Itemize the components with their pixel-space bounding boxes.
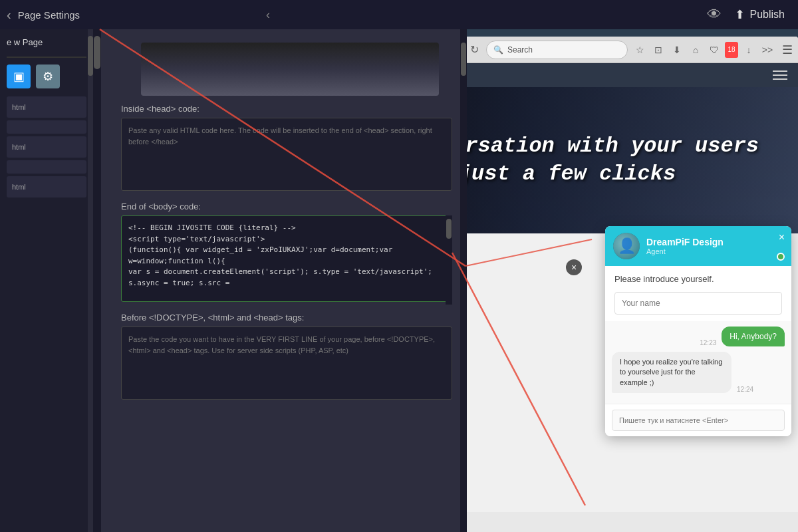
chat-time-2: 12:24 [737, 386, 753, 393]
preview-thumbnail [141, 43, 439, 96]
chat-input-area [605, 404, 791, 436]
inside-head-textarea[interactable] [121, 118, 452, 191]
chat-message-incoming: I hope you realize you're talking to you… [612, 352, 785, 393]
page-settings-title: Page Settings [18, 9, 80, 21]
history-icon[interactable]: ⊡ [650, 42, 666, 58]
ps-right-scrollbar [460, 29, 467, 532]
end-body-label: End of <body> code: [121, 201, 452, 211]
chat-time-1: 12:23 [700, 339, 716, 346]
browser-reload-button[interactable]: ↻ [466, 42, 482, 58]
left-sidebar: e w Page ▣ ⚙ html html html [0, 29, 93, 532]
chat-close-button[interactable]: × [779, 231, 785, 243]
chat-message-outgoing: Hi, Anybody? 12:23 [612, 327, 785, 346]
browser-search-bar[interactable]: 🔍 Search [486, 41, 628, 59]
sidebar-scrollbar [88, 29, 93, 532]
inside-head-label: Inside <head> code: [121, 104, 452, 114]
sidebar-item-4[interactable] [7, 160, 86, 174]
sidebar-item-1[interactable]: html [7, 96, 86, 118]
chat-agent-role: Agent [646, 247, 783, 255]
top-bar-actions: 👁 ⬆ Publish [270, 6, 798, 23]
sidebar-items: html html html [0, 94, 93, 200]
sidebar-item-3[interactable]: html [7, 136, 86, 158]
search-text: Search [507, 45, 533, 55]
browser-menu-button[interactable]: ☰ [782, 43, 793, 57]
back-button[interactable]: ‹ [7, 7, 11, 23]
gear-icon: ⚙ [43, 69, 53, 84]
publish-label: Publish [750, 9, 785, 21]
page-icon-button[interactable]: ▣ [7, 65, 31, 88]
sidebar-scrollbar-thumb [88, 36, 93, 76]
sidebar-divider [7, 57, 86, 58]
new-page-item[interactable]: e w Page [0, 29, 93, 55]
sidebar-icon-group: ▣ ⚙ [0, 59, 93, 94]
extensions-icon[interactable]: 18 [725, 42, 738, 58]
forward-arrows-icon[interactable]: >> [759, 42, 775, 58]
code-textarea-scrollbar [446, 215, 452, 305]
chat-header-info: DreamPiF Design Agent [646, 237, 783, 255]
sidebar-item-2[interactable] [7, 120, 86, 134]
end-body-textarea[interactable]: <!-- BEGIN JIVOSITE CODE {literal} --> <… [121, 215, 452, 302]
home-icon[interactable]: ⌂ [688, 42, 704, 58]
top-bar: ‹ Page Settings ‹ 👁 ⬆ Publish [0, 0, 798, 29]
ps-right-scrollbar-thumb [461, 43, 466, 76]
top-preview-area [141, 43, 439, 96]
shield-icon[interactable]: 🛡 [706, 42, 722, 58]
chat-avatar: 👤 [613, 233, 640, 259]
download-icon[interactable]: ↓ [741, 42, 757, 58]
chat-bubble-response: I hope you realize you're talking to you… [612, 352, 732, 393]
preview-button[interactable]: 👁 [707, 6, 722, 23]
hamburger-icon [770, 68, 790, 82]
top-bar-left: ‹ Page Settings [0, 7, 93, 23]
before-doctype-label: Before <!DOCTYPE>, <html> and <head> tag… [121, 313, 452, 323]
browser-action-icons: ☆ ⊡ ⬇ ⌂ 🛡 18 ↓ >> [632, 42, 775, 58]
code-scrollbar-thumb [446, 219, 452, 239]
chat-header: 👤 DreamPiF Design Agent × [605, 226, 791, 266]
page-icon: ▣ [13, 69, 25, 84]
chat-messages: Hi, Anybody? 12:23 I hope you realize yo… [605, 321, 791, 404]
chat-agent-name: DreamPiF Design [646, 237, 783, 247]
before-doctype-textarea[interactable] [121, 327, 452, 400]
page-settings-panel: Inside <head> code: End of <body> code: … [101, 29, 466, 532]
sidebar-item-5[interactable]: html [7, 176, 86, 198]
publish-upload-icon: ⬆ [735, 7, 745, 22]
chat-intro-text: Please introduce yourself. [605, 266, 791, 292]
item-label: html [12, 103, 26, 111]
publish-button[interactable]: ⬆ Publish [735, 7, 785, 22]
new-page-label: w Page [14, 37, 43, 47]
new-page-icon: e [7, 37, 11, 47]
ps-left-scrollbar [93, 29, 101, 532]
chat-widget: 👤 DreamPiF Design Agent × Please introdu… [605, 226, 791, 436]
chat-message-input[interactable] [612, 410, 785, 431]
search-magnifier-icon: 🔍 [493, 45, 503, 55]
settings-icon-button[interactable]: ⚙ [36, 65, 60, 88]
chat-online-indicator [777, 253, 785, 261]
mobirise-hamburger[interactable] [770, 68, 790, 82]
ps-left-scrollbar-thumb [94, 36, 100, 69]
download-action-icon[interactable]: ⬇ [669, 42, 685, 58]
bookmark-icon[interactable]: ☆ [632, 42, 648, 58]
item-label: html [12, 143, 26, 151]
item-label: html [12, 183, 26, 191]
panel-content: Inside <head> code: End of <body> code: … [101, 36, 466, 409]
chat-bubble-hi: Hi, Anybody? [722, 327, 785, 346]
chat-avatar-inner: 👤 [613, 233, 640, 259]
chat-name-input[interactable] [614, 292, 782, 315]
close-circle-button[interactable]: × [566, 259, 582, 275]
reload-icon: ↻ [470, 43, 479, 56]
